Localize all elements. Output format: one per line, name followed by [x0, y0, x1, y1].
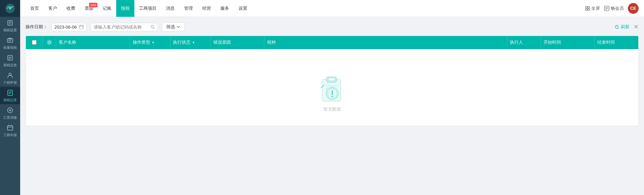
table-header: 客户名称 操作类型 ▼ 执行状态 ▼ 错误原因 税种: [26, 36, 638, 49]
nav-customer[interactable]: 客户: [44, 0, 62, 17]
th-operation-type[interactable]: 操作类型 ▼: [130, 36, 170, 49]
svg-point-40: [332, 96, 333, 97]
sidebar-item-tax-record[interactable]: 报税记录: [0, 87, 20, 104]
main-wrap: 首页 客户 收费 票据 new 记账 报税 工商项目 消息: [20, 0, 644, 195]
nav-bookkeeping[interactable]: 记账: [98, 0, 116, 17]
sidebar-logo: [0, 0, 20, 17]
sidebar-label-settlement: 汇算清缴: [3, 116, 17, 120]
tax-summary-icon: [7, 54, 13, 62]
nav-home[interactable]: 首页: [26, 0, 44, 17]
member-button[interactable]: 畅会员: [604, 5, 624, 11]
settlement-icon: [7, 107, 13, 115]
tax-settings-icon: [7, 20, 13, 27]
toolbar: 操作日期： 2023-06-06: [26, 22, 639, 32]
th-tax-type: 税种: [264, 36, 507, 49]
svg-rect-10: [8, 55, 12, 60]
svg-point-33: [48, 41, 50, 43]
sidebar-label-batch-tax: 批量报税: [3, 46, 17, 50]
th-executor: 执行人: [507, 36, 541, 49]
fullscreen-button[interactable]: 全屏: [585, 5, 600, 11]
date-value: 2023-06-06: [54, 25, 77, 30]
svg-rect-24: [586, 9, 587, 10]
tax-record-icon: [7, 89, 13, 97]
nav-management[interactable]: 管理: [179, 0, 198, 17]
svg-rect-27: [79, 25, 83, 29]
th-end-time: 结束时间: [595, 36, 638, 49]
chevron-down-icon: [176, 25, 180, 29]
empty-text: 暂无数据: [324, 106, 341, 112]
toolbar-right: 刷新 ✕: [615, 24, 639, 30]
svg-rect-25: [588, 9, 590, 10]
search-icon: [151, 25, 155, 29]
nav-message[interactable]: 消息: [161, 0, 179, 17]
sidebar-item-batch-tax[interactable]: 批量报税: [0, 34, 20, 52]
sidebar: 报税设置 批量报税 报税总览: [0, 0, 20, 195]
batch-tax-icon: [7, 37, 13, 45]
top-nav: 首页 客户 收费 票据 new 记账 报税 工商项目 消息: [20, 0, 644, 17]
search-input-wrap: [91, 23, 158, 31]
sidebar-item-settlement[interactable]: 汇算清缴: [0, 104, 20, 122]
calendar-icon: [79, 25, 84, 29]
topnav-right: 全屏 畅会员 CE: [585, 3, 639, 14]
date-label: 操作日期：: [26, 24, 47, 30]
svg-point-1: [9, 7, 11, 9]
sidebar-label-tax-summary: 报税总览: [3, 63, 17, 67]
content-area: 操作日期： 2023-06-06: [20, 17, 644, 195]
sidebar-item-annual-report[interactable]: 工商年报: [0, 122, 20, 139]
sidebar-item-tax-summary[interactable]: 报税总览: [0, 52, 20, 69]
sort-icon-operation: ▼: [152, 41, 155, 44]
sidebar-item-personal-tax[interactable]: 个税申报: [0, 69, 20, 87]
avatar[interactable]: CE: [628, 3, 639, 14]
nav-tax[interactable]: 报税: [116, 0, 134, 17]
nav-settings[interactable]: 设置: [234, 0, 252, 17]
sort-icon-exec: ▼: [192, 41, 195, 44]
personal-tax-icon: [7, 72, 13, 80]
svg-rect-22: [586, 6, 587, 8]
th-checkbox[interactable]: [26, 36, 43, 49]
svg-rect-20: [7, 126, 13, 130]
sidebar-label-annual-report: 工商年报: [3, 133, 17, 137]
svg-marker-42: [320, 87, 321, 89]
data-table: 客户名称 操作类型 ▼ 执行状态 ▼ 错误原因 税种: [26, 36, 639, 126]
nav-invoice[interactable]: 票据 new: [80, 0, 98, 17]
sidebar-label-personal-tax: 个税申报: [3, 81, 17, 85]
nav-billing[interactable]: 收费: [62, 0, 80, 17]
svg-rect-36: [329, 78, 335, 81]
sidebar-label-tax-settings: 报税设置: [3, 28, 17, 32]
member-icon: [604, 6, 609, 11]
refresh-icon: [615, 25, 619, 29]
close-button[interactable]: ✕: [634, 24, 639, 30]
settings-icon: [47, 40, 52, 45]
fullscreen-icon: [585, 6, 590, 11]
nav-items: 首页 客户 收费 票据 new 记账 报税 工商项目 消息: [26, 0, 585, 17]
filter-button[interactable]: 筛选: [162, 22, 185, 32]
empty-illustration: [314, 69, 351, 106]
invoice-badge: new: [89, 3, 97, 8]
nav-service[interactable]: 服务: [216, 0, 234, 17]
svg-line-32: [153, 28, 154, 29]
refresh-button[interactable]: 刷新: [615, 24, 630, 30]
date-picker[interactable]: 2023-06-06: [51, 23, 87, 31]
search-input[interactable]: [94, 25, 148, 30]
empty-state: 暂无数据: [26, 49, 638, 126]
sidebar-label-tax-record: 报税记录: [3, 98, 17, 102]
th-error-reason: 错误原因: [211, 36, 264, 49]
nav-finance[interactable]: 经营: [198, 0, 216, 17]
svg-rect-6: [7, 39, 13, 42]
sidebar-item-tax-settings[interactable]: 报税设置: [0, 17, 20, 34]
annual-report-icon: [7, 124, 13, 132]
th-customer-name: 客户名称: [56, 36, 130, 49]
th-exec-status[interactable]: 执行状态 ▼: [170, 36, 211, 49]
header-checkbox[interactable]: [32, 40, 37, 45]
th-settings[interactable]: [43, 36, 56, 49]
page-main: 操作日期： 2023-06-06: [20, 17, 644, 195]
nav-business[interactable]: 工商项目: [134, 0, 161, 17]
th-start-time: 开始时间: [541, 36, 595, 49]
svg-rect-23: [588, 6, 590, 8]
